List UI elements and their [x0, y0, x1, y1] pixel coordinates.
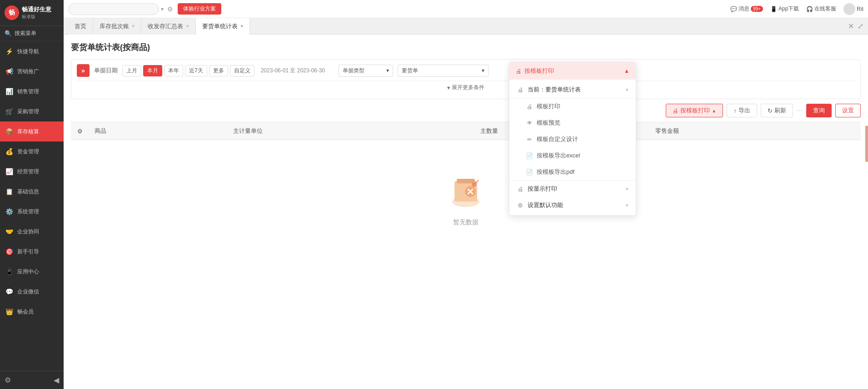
date-btn-7days[interactable]: 近7天 — [185, 65, 207, 76]
sidebar-search-item[interactable]: 🔍 搜索菜单 — [0, 26, 64, 41]
cooperation-icon: 🤝 — [5, 227, 14, 236]
tab-order-stats[interactable]: 要货单统计表 × — [196, 18, 250, 35]
marketing-icon: 📢 — [5, 67, 14, 76]
date-btn-custom[interactable]: 自定义 — [230, 65, 254, 76]
expand-btn[interactable]: » — [77, 64, 90, 77]
system-label: 系统管理 — [17, 208, 39, 216]
toolbar: 🖨 按模板打印 ▲ ↑ 导出 ↻ 刷新 ··· 查询 设置 — [71, 104, 861, 117]
current-icon: 🖨 — [517, 86, 524, 93]
sidebar-item-inventory[interactable]: 📦 库存核算 — [0, 121, 64, 141]
col-settings[interactable]: ⚙ — [71, 122, 89, 140]
sidebar-item-sales[interactable]: 📊 销售管理 — [0, 81, 64, 101]
expand-more-btn[interactable]: ▾ 展开更多条件 — [77, 81, 855, 94]
dropdown-default-func[interactable]: ⚙ 设置默认功能 ▾ — [509, 197, 636, 213]
dropdown-template-print[interactable]: 🖨 模板打印 — [509, 98, 636, 115]
more-dots[interactable]: ··· — [797, 106, 803, 115]
operation-label: 经营管理 — [17, 168, 39, 176]
template-preview-icon: 👁 — [526, 119, 533, 126]
sidebar-item-marketing[interactable]: 📢 营销推广 — [0, 61, 64, 81]
topbar-chevron-icon[interactable]: ▾ — [161, 6, 164, 12]
order-select[interactable]: 要货单 ▾ — [398, 65, 489, 77]
data-table: ⚙ 商品 主计量单位 主数量 零售金额 — [71, 122, 861, 140]
sidebar-item-quick-nav[interactable]: ⚡ 快捷导航 — [0, 41, 64, 61]
default-func-arrow: ▾ — [626, 202, 629, 208]
tab-close-window-icon[interactable]: ✕ — [848, 23, 854, 30]
print-btn[interactable]: 🖨 按模板打印 ▲ — [666, 104, 723, 117]
topbar-gear-icon[interactable]: ⚙ — [167, 5, 173, 13]
filter-bar: » 单据日期 上月 本月 本年 近7天 更多 自定义 2023-06-01 至 … — [71, 59, 861, 99]
dropdown-template-preview[interactable]: 👁 模板预览 — [509, 115, 636, 131]
template-excel-label: 按模板导出excel — [537, 152, 580, 160]
table-header-row: ⚙ 商品 主计量单位 主数量 零售金额 — [71, 122, 861, 140]
template-pdf-icon: 📄 — [526, 168, 533, 176]
current-arrow-icon: ▾ — [626, 87, 629, 93]
collapse-icon[interactable]: ◀ — [54, 376, 59, 384]
sidebar-item-purchase[interactable]: 🛒 采购管理 — [0, 101, 64, 121]
marketing-label: 营销推广 — [17, 68, 39, 76]
dropdown-template-custom[interactable]: ✏ 模板自定义设计 — [509, 131, 636, 147]
tab-receipt-summary-close[interactable]: × — [186, 24, 189, 29]
date-btn-more[interactable]: 更多 — [209, 65, 228, 76]
wechat-icon: 💬 — [5, 287, 14, 296]
messages-label: 消息 — [738, 5, 749, 13]
query-btn[interactable]: 查询 — [806, 104, 832, 117]
date-btn-this-year[interactable]: 本年 — [164, 65, 183, 76]
tab-expand-icon[interactable]: ⤢ — [858, 23, 863, 30]
settings-btn[interactable]: 设置 — [835, 104, 861, 117]
dropdown-current-item[interactable]: 🖨 当前：要货单统计表 ▾ — [509, 81, 636, 98]
type-select-label: 单据类型 — [343, 67, 364, 75]
sidebar-item-cooperation[interactable]: 🤝 企业协同 — [0, 222, 64, 242]
type-select-arrow: ▾ — [386, 67, 389, 74]
sidebar-item-member[interactable]: 👑 畅会员 — [0, 302, 64, 322]
sidebar-item-operation[interactable]: 📈 经营管理 — [0, 162, 64, 182]
dropdown-template-pdf[interactable]: 📄 按模板导出pdf — [509, 164, 636, 180]
user-item[interactable]: Rit — [843, 3, 863, 15]
sidebar-nav: ⚡ 快捷导航 📢 营销推广 📊 销售管理 🛒 采购管理 📦 库存核算 💰 资金管… — [0, 41, 64, 371]
export-icon: ↑ — [733, 107, 737, 114]
order-select-arrow: ▾ — [482, 67, 484, 74]
sidebar-search-label: 搜索菜单 — [15, 30, 36, 37]
dropdown-print-icon: 🖨 — [516, 68, 522, 75]
online-service-item[interactable]: 🎧 在线客服 — [806, 5, 836, 13]
tab-inventory-batch-close[interactable]: × — [132, 24, 135, 29]
messages-icon: 💬 — [730, 6, 737, 12]
tab-inventory-batch[interactable]: 库存批次账 × — [93, 18, 141, 35]
order-select-label: 要货单 — [402, 67, 418, 75]
logo-text: 畅通好生意 标准版 — [22, 6, 51, 20]
guide-label: 新手引导 — [17, 248, 39, 256]
industry-btn[interactable]: 体验行业方案 — [178, 3, 221, 15]
user-avatar — [843, 3, 855, 15]
sidebar-item-basic[interactable]: 📋 基础信息 — [0, 182, 64, 202]
dropdown-menu: 🖨 按模板打印 ▲ 🖨 当前：要货单统计表 ▾ 🖨 模板打印 👁 模板预览 ✏ … — [509, 62, 636, 216]
cooperation-label: 企业协同 — [17, 228, 39, 236]
date-btn-last-month[interactable]: 上月 — [122, 65, 141, 76]
print-arrow: ▲ — [712, 108, 716, 113]
tab-order-stats-close[interactable]: × — [240, 24, 243, 29]
scrollbar-thumb[interactable] — [865, 126, 868, 162]
export-btn[interactable]: ↑ 导出 — [727, 104, 757, 117]
empty-state: 暂无数据 — [71, 140, 861, 254]
sidebar-item-finance[interactable]: 💰 资金管理 — [0, 141, 64, 162]
dropdown-template-excel[interactable]: 📄 按模板导出excel — [509, 147, 636, 164]
template-print-icon: 🖨 — [526, 103, 533, 110]
type-select[interactable]: 单据类型 ▾ — [339, 65, 393, 77]
dropdown-header[interactable]: 🖨 按模板打印 ▲ — [509, 62, 636, 80]
sidebar: 畅 畅通好生意 标准版 🔍 搜索菜单 ⚡ 快捷导航 📢 营销推广 📊 销售管理 … — [0, 0, 64, 389]
page-title: 要货单统计表(按商品) — [71, 42, 861, 53]
template-print-label: 模板打印 — [537, 102, 560, 111]
tab-receipt-summary[interactable]: 收发存汇总表 × — [141, 18, 195, 35]
date-btn-this-month[interactable]: 本月 — [143, 65, 162, 76]
settings-bottom-icon[interactable]: ⚙ — [5, 376, 11, 384]
sidebar-item-apps[interactable]: 📱 应用中心 — [0, 262, 64, 282]
sidebar-item-system[interactable]: ⚙️ 系统管理 — [0, 202, 64, 222]
sidebar-item-wechat[interactable]: 💬 企业微信 — [0, 282, 64, 302]
topbar-search-input[interactable] — [68, 3, 159, 15]
messages-item[interactable]: 💬 消息 99+ — [730, 5, 763, 13]
col-amount: 零售金额 — [650, 122, 861, 140]
dropdown-display-print[interactable]: 🖨 按显示打印 ▾ — [509, 181, 636, 197]
sidebar-item-guide[interactable]: 🎯 新手引导 — [0, 242, 64, 262]
tab-order-stats-label: 要货单统计表 — [202, 22, 238, 30]
refresh-btn[interactable]: ↻ 刷新 — [761, 104, 793, 117]
tab-home[interactable]: 首页 — [68, 18, 93, 35]
app-download-item[interactable]: 📱 App下载 — [770, 5, 799, 13]
